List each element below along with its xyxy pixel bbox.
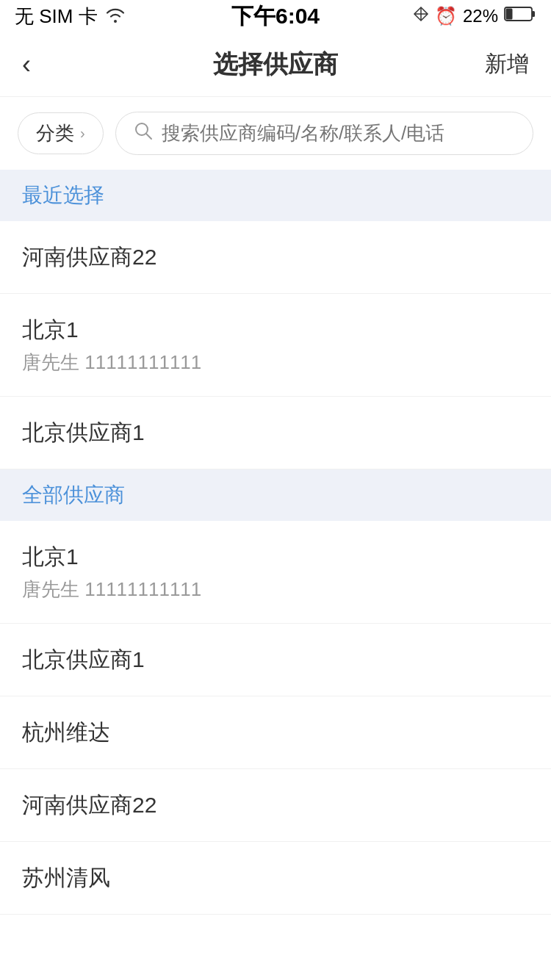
item-name: 北京供应商1	[22, 417, 529, 448]
new-action-button[interactable]: 新增	[485, 49, 529, 79]
list-item[interactable]: 河南供应商22	[0, 221, 551, 294]
chevron-right-icon: ›	[80, 125, 85, 142]
nav-bar: ‹ 选择供应商 新增	[0, 32, 551, 97]
location-icon	[413, 6, 429, 26]
item-sub: 唐先生 11111111111	[22, 350, 529, 375]
search-input[interactable]	[162, 122, 515, 145]
svg-rect-1	[532, 11, 535, 17]
filter-bar: 分类 ›	[0, 97, 551, 170]
all-section-header: 全部供应商	[0, 469, 551, 521]
category-label: 分类	[36, 120, 74, 146]
item-name: 北京1	[22, 541, 529, 572]
item-name: 杭州维达	[22, 717, 529, 748]
page-title: 选择供应商	[213, 48, 338, 82]
recent-section-label: 最近选择	[22, 184, 104, 206]
status-left: 无 SIM 卡	[15, 4, 126, 29]
status-bar: 无 SIM 卡 下午6:04 ⏰ 22%	[0, 0, 551, 32]
list-item[interactable]: 杭州维达	[0, 696, 551, 769]
recent-items-list: 河南供应商22北京1唐先生 11111111111北京供应商1	[0, 221, 551, 469]
sim-status: 无 SIM 卡	[15, 4, 98, 29]
status-time: 下午6:04	[231, 1, 320, 32]
list-item[interactable]: 河南供应商22	[0, 769, 551, 842]
list-item[interactable]: 苏州清风	[0, 842, 551, 915]
item-name: 北京1	[22, 314, 529, 345]
item-name: 河南供应商22	[22, 790, 529, 821]
battery-text: 22%	[463, 6, 498, 26]
back-button[interactable]: ‹	[22, 49, 66, 80]
search-icon	[134, 121, 153, 145]
item-name: 河南供应商22	[22, 242, 529, 273]
list-item[interactable]: 北京1唐先生 11111111111	[0, 294, 551, 397]
svg-line-4	[146, 134, 151, 139]
list-item[interactable]: 北京供应商1	[0, 397, 551, 469]
all-section-label: 全部供应商	[22, 483, 125, 506]
list-item[interactable]: 北京供应商1	[0, 624, 551, 696]
search-box[interactable]	[115, 112, 533, 155]
all-items-list: 北京1唐先生 11111111111北京供应商1杭州维达河南供应商22苏州清风	[0, 521, 551, 915]
recent-section-header: 最近选择	[0, 170, 551, 221]
item-name: 苏州清风	[22, 862, 529, 893]
category-filter-button[interactable]: 分类 ›	[18, 112, 104, 154]
status-right: ⏰ 22%	[413, 6, 536, 26]
alarm-icon: ⏰	[435, 6, 457, 26]
item-sub: 唐先生 11111111111	[22, 577, 529, 602]
battery-icon	[504, 6, 536, 26]
svg-rect-2	[506, 9, 513, 20]
wifi-icon	[105, 5, 126, 28]
item-name: 北京供应商1	[22, 644, 529, 675]
list-item[interactable]: 北京1唐先生 11111111111	[0, 521, 551, 624]
